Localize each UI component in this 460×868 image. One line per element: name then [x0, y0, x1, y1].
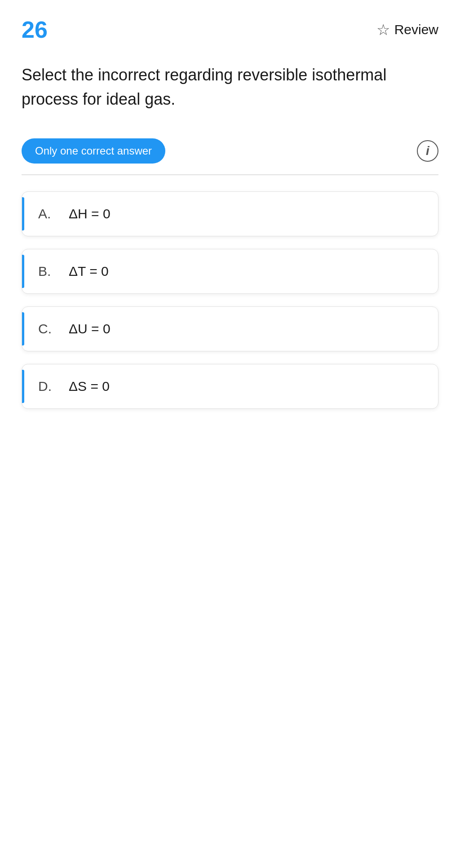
option-item[interactable]: C.ΔU = 0	[22, 306, 438, 351]
review-button[interactable]: ☆ Review	[376, 21, 438, 39]
option-item[interactable]: D.ΔS = 0	[22, 364, 438, 409]
option-text: ΔT = 0	[69, 264, 109, 279]
info-icon[interactable]: i	[417, 140, 438, 162]
star-icon: ☆	[376, 21, 390, 39]
option-label: D.	[38, 379, 56, 394]
option-label: C.	[38, 321, 56, 337]
question-text: Select the incorrect regarding reversibl…	[22, 63, 438, 111]
option-label: B.	[38, 264, 56, 279]
options-list: A.ΔH = 0B.ΔT = 0C.ΔU = 0D.ΔS = 0	[22, 191, 438, 409]
option-item[interactable]: A.ΔH = 0	[22, 191, 438, 236]
question-number: 26	[22, 18, 48, 41]
review-label: Review	[394, 22, 438, 37]
option-text: ΔH = 0	[69, 206, 111, 221]
option-text: ΔS = 0	[69, 379, 110, 394]
answer-type-badge: Only one correct answer	[22, 138, 165, 164]
divider	[22, 174, 438, 175]
option-item[interactable]: B.ΔT = 0	[22, 249, 438, 294]
option-label: A.	[38, 206, 56, 221]
option-text: ΔU = 0	[69, 321, 111, 337]
